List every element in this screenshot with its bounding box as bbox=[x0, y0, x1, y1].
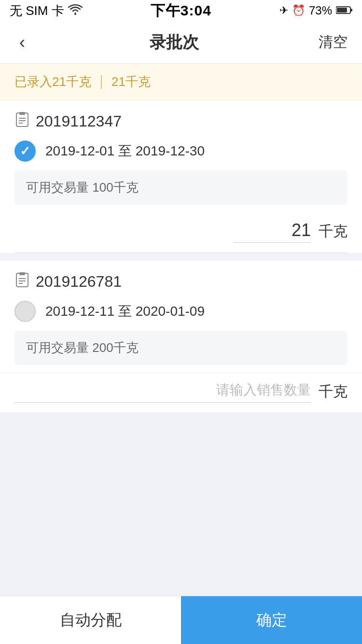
batch-2-date: 2019-12-11 至 2020-01-09 bbox=[45, 302, 205, 321]
recorded-label: 已录入21千克 bbox=[14, 73, 91, 90]
batch-1-header: 2019112347 bbox=[0, 100, 362, 136]
batch-1-checkbox[interactable]: ✓ bbox=[14, 140, 36, 162]
batch-2-input-row[interactable]: 请输入销售数量 千克 bbox=[0, 373, 362, 412]
batch-card-2: 2019126781 2019-12-11 至 2020-01-09 可用交易量… bbox=[0, 261, 362, 412]
battery-percent: 73% bbox=[309, 4, 332, 17]
page-title: 录批次 bbox=[150, 31, 199, 54]
batch-2-unit: 千克 bbox=[319, 382, 348, 402]
status-right: ✈ ⏰ 73% bbox=[279, 4, 352, 17]
svg-rect-4 bbox=[19, 112, 25, 115]
batch-2-quantity-placeholder[interactable]: 请输入销售数量 bbox=[14, 381, 311, 403]
status-left: 无 SIM 卡 bbox=[10, 2, 83, 19]
batch-1-quantity-value: 21 bbox=[292, 220, 311, 240]
confirm-button[interactable]: 确定 bbox=[181, 596, 362, 644]
nav-bar: ‹ 录批次 清空 bbox=[0, 21, 362, 64]
batch-1-icon bbox=[14, 112, 30, 131]
svg-rect-9 bbox=[19, 272, 25, 275]
empty-area bbox=[0, 412, 362, 605]
battery-icon bbox=[336, 4, 352, 17]
content-area: 2019112347 ✓ 2019-12-01 至 2019-12-30 可用交… bbox=[0, 100, 362, 644]
auto-distribute-button[interactable]: 自动分配 bbox=[0, 596, 181, 644]
alarm-icon: ⏰ bbox=[292, 4, 305, 17]
batch-2-id: 2019126781 bbox=[36, 273, 122, 291]
batch-1-id: 2019112347 bbox=[36, 112, 122, 130]
batch-2-icon bbox=[14, 272, 30, 291]
batch-1-date: 2019-12-01 至 2019-12-30 bbox=[45, 142, 205, 160]
summary-value: 21千克 bbox=[111, 73, 151, 90]
svg-rect-2 bbox=[337, 8, 347, 13]
svg-rect-8 bbox=[16, 273, 28, 287]
batch-1-row[interactable]: ✓ 2019-12-01 至 2019-12-30 bbox=[0, 136, 362, 167]
card-divider bbox=[0, 253, 362, 261]
location-icon: ✈ bbox=[279, 4, 288, 17]
svg-rect-3 bbox=[16, 113, 28, 126]
batch-1-available: 可用交易量 100千克 bbox=[14, 170, 348, 205]
checkmark-icon: ✓ bbox=[20, 144, 30, 159]
status-bar: 无 SIM 卡 下午3:04 ✈ ⏰ 73% bbox=[0, 0, 362, 21]
batch-1-unit: 千克 bbox=[319, 222, 348, 241]
batch-2-checkbox[interactable] bbox=[14, 301, 36, 322]
batch-2-header: 2019126781 bbox=[0, 261, 362, 296]
back-button[interactable]: ‹ bbox=[14, 28, 30, 57]
bottom-actions: 自动分配 确定 bbox=[0, 596, 362, 644]
status-time: 下午3:04 bbox=[151, 1, 211, 21]
svg-rect-1 bbox=[350, 9, 352, 12]
summary-divider bbox=[101, 75, 102, 89]
batch-2-available: 可用交易量 200千克 bbox=[14, 331, 348, 365]
batch-1-quantity-input[interactable]: 21 bbox=[234, 220, 311, 243]
wifi-icon bbox=[68, 3, 83, 18]
clear-button[interactable]: 清空 bbox=[319, 32, 348, 52]
summary-bar: 已录入21千克 21千克 bbox=[0, 64, 362, 100]
batch-2-row[interactable]: 2019-12-11 至 2020-01-09 bbox=[0, 296, 362, 327]
carrier-label: 无 SIM 卡 bbox=[10, 2, 64, 19]
batch-1-quantity-row: 21 千克 bbox=[0, 212, 362, 252]
batch-card-1: 2019112347 ✓ 2019-12-01 至 2019-12-30 可用交… bbox=[0, 100, 362, 253]
